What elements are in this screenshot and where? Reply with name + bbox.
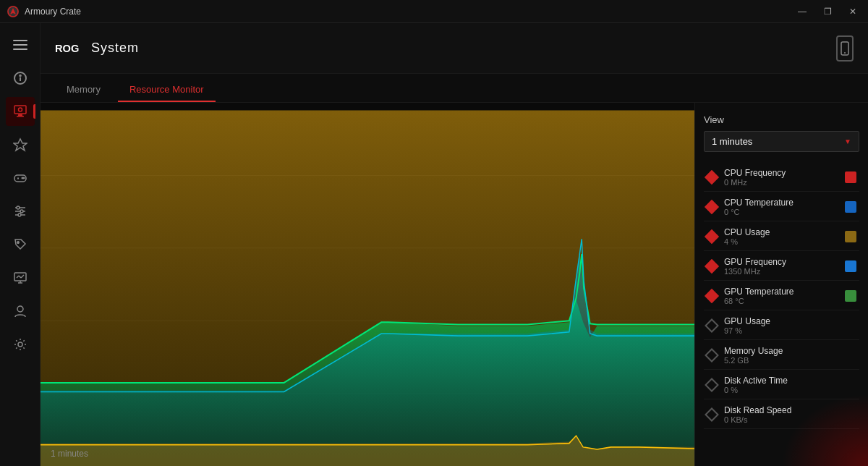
sidebar-item-aura[interactable] <box>6 130 35 159</box>
phone-icon <box>836 35 854 62</box>
metric-item[interactable]: CPU Usage 4 % <box>704 223 859 251</box>
svg-rect-10 <box>17 116 24 117</box>
sidebar-item-display[interactable] <box>6 263 35 292</box>
metric-value: 97 % <box>724 326 856 335</box>
chevron-down-icon: ▼ <box>844 137 851 145</box>
metric-name: CPU Frequency <box>724 168 845 178</box>
svg-marker-1 <box>10 8 16 14</box>
metric-value: 4 % <box>724 237 845 246</box>
sidebar-item-sliders[interactable] <box>6 197 35 226</box>
metric-item[interactable]: CPU Temperature 0 °C <box>704 193 859 221</box>
sidebar-item-tag[interactable] <box>6 230 35 259</box>
metric-text: CPU Usage 4 % <box>724 227 845 246</box>
metric-swatch <box>845 171 856 183</box>
titlebar: Armoury Crate — ❐ ✕ <box>0 0 868 23</box>
metric-name: CPU Usage <box>724 227 845 237</box>
metric-text: Disk Read Speed 0 KB/s <box>724 405 856 424</box>
metric-indicator <box>705 318 719 333</box>
svg-point-23 <box>18 213 21 216</box>
metric-item[interactable]: GPU Usage 97 % <box>704 312 859 340</box>
metric-item-disk-active[interactable]: Disk Active Time 0 % <box>704 371 859 399</box>
right-panel: View 1 minutes ▼ CPU Frequency 0 MHz <box>694 103 868 466</box>
minimize-button[interactable]: — <box>793 5 811 18</box>
view-label: View <box>704 114 859 125</box>
content-area: 1 minutes View 1 minutes ▼ CPU Frequency… <box>41 103 868 466</box>
metric-indicator <box>705 170 719 185</box>
metric-item[interactable]: GPU Frequency 1350 MHz <box>704 253 859 281</box>
svg-point-7 <box>20 75 21 77</box>
header-right <box>836 35 854 62</box>
svg-point-35 <box>844 52 846 54</box>
header: ROG System <box>41 23 868 74</box>
chart-time-label: 1 minutes <box>51 449 88 459</box>
metric-indicator <box>705 200 719 214</box>
svg-rect-3 <box>13 44 27 46</box>
metric-value: 0 MHz <box>724 178 845 187</box>
metric-text: CPU Temperature 0 °C <box>724 198 845 216</box>
tab-memory[interactable]: Memory <box>55 78 112 102</box>
metric-swatch <box>845 290 856 302</box>
metric-text: GPU Usage 97 % <box>724 316 856 335</box>
metric-indicator <box>705 378 719 392</box>
svg-point-24 <box>17 242 18 243</box>
dropdown-value: 1 minutes <box>712 136 752 147</box>
metric-item[interactable]: Disk Read Speed 0 KB/s <box>704 401 859 429</box>
metric-swatch <box>845 201 856 213</box>
metric-name: GPU Frequency <box>724 257 845 267</box>
metric-indicator <box>705 259 719 274</box>
chart-wrapper: 1 minutes <box>41 103 694 466</box>
sidebar-item-gamepad[interactable] <box>6 164 35 192</box>
maximize-button[interactable]: ❐ <box>820 5 836 18</box>
metric-text: CPU Frequency 0 MHz <box>724 168 845 187</box>
svg-marker-12 <box>14 139 27 151</box>
metric-item[interactable]: Memory Usage 5.2 GB <box>704 342 859 370</box>
metric-item[interactable]: CPU Frequency 0 MHz <box>704 164 859 192</box>
sidebar-item-profile[interactable] <box>6 297 35 326</box>
metric-text: GPU Frequency 1350 MHz <box>724 257 845 276</box>
metric-value: 0 KB/s <box>724 415 856 424</box>
svg-point-21 <box>17 206 20 209</box>
metric-indicator <box>705 229 719 244</box>
svg-rect-4 <box>13 48 27 50</box>
app-container: ROG System Memory Resource Monitor <box>0 23 868 466</box>
metric-value: 1350 MHz <box>724 267 845 276</box>
titlebar-title: Armoury Crate <box>25 7 81 17</box>
metric-name: CPU Temperature <box>724 198 845 208</box>
metric-name: GPU Temperature <box>724 287 845 297</box>
metric-name: GPU Usage <box>724 316 856 326</box>
view-dropdown[interactable]: 1 minutes ▼ <box>704 131 859 152</box>
svg-rect-2 <box>13 40 27 41</box>
chart-svg <box>41 103 694 466</box>
metric-value: 5.2 GB <box>724 356 856 365</box>
sidebar-item-info[interactable] <box>6 64 35 93</box>
metric-indicator <box>705 289 719 303</box>
sidebar-item-system[interactable] <box>6 97 35 126</box>
metric-text: GPU Temperature 68 °C <box>724 287 845 305</box>
svg-text:ROG: ROG <box>55 43 79 54</box>
metric-value-disk-active: 0 % <box>724 386 856 394</box>
svg-rect-9 <box>18 114 22 116</box>
metric-value: 0 °C <box>724 208 845 216</box>
metric-name: Disk Read Speed <box>724 405 856 415</box>
logo-area: ROG System <box>55 38 139 59</box>
metric-item[interactable]: GPU Temperature 68 °C <box>704 282 859 310</box>
header-title: System <box>91 41 139 56</box>
app-icon <box>7 6 19 17</box>
tabs-bar: Memory Resource Monitor <box>41 74 868 103</box>
svg-line-30 <box>21 275 24 278</box>
metric-text: Disk Active Time 0 % <box>724 376 856 394</box>
metric-swatch <box>845 260 856 272</box>
svg-rect-8 <box>14 106 26 114</box>
metric-name-disk-active: Disk Active Time <box>724 376 856 386</box>
main-content: ROG System Memory Resource Monitor <box>41 23 868 466</box>
metric-swatch <box>845 231 856 242</box>
svg-point-17 <box>23 177 25 179</box>
sidebar-item-settings[interactable] <box>6 330 35 359</box>
svg-point-32 <box>18 342 22 347</box>
titlebar-left: Armoury Crate <box>7 6 81 17</box>
titlebar-controls: — ❐ ✕ <box>793 5 861 18</box>
tab-resource-monitor[interactable]: Resource Monitor <box>118 78 216 102</box>
sidebar-item-menu[interactable] <box>6 30 35 59</box>
metric-list: CPU Frequency 0 MHz CPU Temperature 0 °C <box>704 164 859 429</box>
close-button[interactable]: ✕ <box>845 5 861 18</box>
